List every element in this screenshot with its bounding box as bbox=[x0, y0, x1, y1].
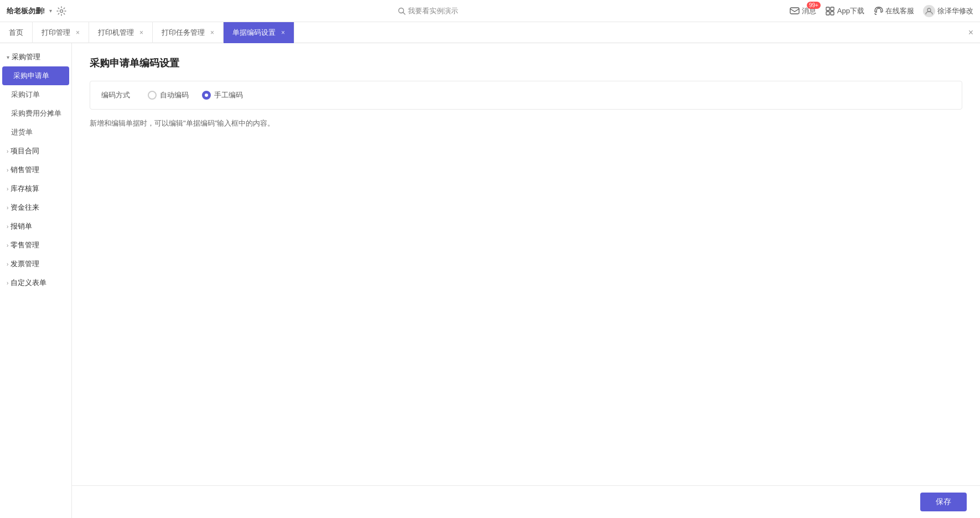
sidebar-item-purchase-expense[interactable]: 采购费用分摊单 bbox=[0, 104, 71, 123]
svg-rect-4 bbox=[826, 7, 829, 11]
online-service-label: 在线客服 bbox=[885, 6, 914, 16]
encoding-section: 编码方式 自动编码 手工编码 bbox=[90, 81, 962, 110]
svg-rect-3 bbox=[790, 8, 799, 14]
sidebar-group-purchase: ▾ 采购管理 采购申请单 采购订单 采购费用分摊单 进货单 bbox=[0, 48, 71, 142]
page-title: 采购申请单编码设置 bbox=[90, 56, 962, 70]
sidebar-group-custom-form: › 自定义表单 bbox=[0, 273, 71, 292]
svg-line-2 bbox=[403, 12, 406, 14]
message-badge: 99+ bbox=[807, 2, 821, 9]
brand-label: 给老板勿删! bbox=[7, 6, 45, 16]
hint-text: 新增和编辑单据时，可以编辑"单据编码"输入框中的内容。 bbox=[90, 118, 962, 128]
sidebar-group-purchase-title[interactable]: ▾ 采购管理 bbox=[0, 48, 71, 66]
user-menu[interactable]: 徐泽华修改 bbox=[923, 5, 973, 17]
tabs-bar: 首页 打印管理 × 打印机管理 × 打印任务管理 × 单据编码设置 × × bbox=[0, 22, 980, 43]
chevron-right-icon: › bbox=[7, 261, 8, 267]
message-btn[interactable]: 消息 99+ bbox=[790, 6, 816, 16]
content-body: 采购申请单编码设置 编码方式 自动编码 手工编码 bbox=[72, 43, 980, 485]
app-download-btn[interactable]: App下载 bbox=[825, 6, 864, 16]
sidebar-group-capital: › 资金往来 bbox=[0, 198, 71, 217]
tab-close-single-code[interactable]: × bbox=[281, 29, 285, 37]
manual-encoding-radio[interactable] bbox=[202, 91, 211, 100]
svg-rect-5 bbox=[831, 7, 834, 11]
chevron-right-icon: › bbox=[7, 148, 8, 154]
headset-icon bbox=[873, 6, 883, 16]
manual-encoding-label: 手工编码 bbox=[214, 90, 243, 100]
sidebar-group-retail-title[interactable]: › 零售管理 bbox=[0, 236, 71, 255]
sidebar-item-purchase-goods[interactable]: 进货单 bbox=[0, 123, 71, 142]
sidebar-group-returns-title[interactable]: › 报销单 bbox=[0, 217, 71, 236]
avatar bbox=[923, 5, 935, 17]
search-icon bbox=[398, 7, 406, 15]
sidebar-group-retail: › 零售管理 bbox=[0, 236, 71, 255]
chevron-down-icon: ▾ bbox=[7, 54, 9, 60]
tab-close-print-task[interactable]: × bbox=[210, 29, 214, 37]
search-bar[interactable]: 我要看实例演示 bbox=[398, 6, 458, 16]
chevron-right-icon: › bbox=[7, 186, 8, 192]
radio-group: 自动编码 手工编码 bbox=[148, 90, 243, 100]
sidebar-item-purchase-apply[interactable]: 采购申请单 bbox=[2, 66, 69, 85]
chevron-right-icon: › bbox=[7, 280, 8, 286]
tab-printer-mgmt[interactable]: 打印机管理 × bbox=[89, 22, 153, 43]
chevron-right-icon: › bbox=[7, 224, 8, 230]
tab-print-task[interactable]: 打印任务管理 × bbox=[153, 22, 224, 43]
sidebar-group-project-title[interactable]: › 项目合同 bbox=[0, 142, 71, 160]
search-label: 我要看实例演示 bbox=[408, 6, 458, 16]
sidebar-group-sales: › 销售管理 bbox=[0, 160, 71, 179]
close-all-tabs[interactable]: × bbox=[962, 28, 980, 38]
sidebar-group-custom-form-title[interactable]: › 自定义表单 bbox=[0, 273, 71, 292]
tab-close-printer-mgmt[interactable]: × bbox=[139, 29, 143, 37]
sidebar-item-purchase-order[interactable]: 采购订单 bbox=[0, 85, 71, 104]
brand-dropdown-icon[interactable]: ▾ bbox=[49, 8, 52, 14]
chevron-right-icon: › bbox=[7, 205, 8, 211]
settings-icon[interactable] bbox=[56, 6, 66, 16]
top-bar: 给老板勿删! ▾ 我要看实例演示 消息 99+ bbox=[0, 0, 980, 22]
encoding-row: 编码方式 自动编码 手工编码 bbox=[101, 90, 951, 100]
tab-close-print-mgmt[interactable]: × bbox=[76, 29, 80, 37]
tab-single-code[interactable]: 单据编码设置 × bbox=[224, 22, 294, 43]
encoding-label: 编码方式 bbox=[101, 90, 134, 100]
online-service-btn[interactable]: 在线客服 bbox=[873, 6, 914, 16]
tab-home[interactable]: 首页 bbox=[0, 22, 33, 43]
manual-encoding-option[interactable]: 手工编码 bbox=[202, 90, 243, 100]
user-name: 徐泽华修改 bbox=[937, 6, 973, 16]
content-footer: 保存 bbox=[72, 485, 980, 518]
top-bar-right: 消息 99+ App下载 在线客服 bbox=[790, 5, 973, 17]
content-area: 采购申请单编码设置 编码方式 自动编码 手工编码 bbox=[72, 43, 980, 518]
sidebar-group-inventory: › 库存核算 bbox=[0, 179, 71, 198]
sidebar-group-invoice: › 发票管理 bbox=[0, 255, 71, 273]
sidebar: ▾ 采购管理 采购申请单 采购订单 采购费用分摊单 进货单 › 项目合同 bbox=[0, 43, 72, 518]
svg-point-0 bbox=[60, 9, 63, 12]
auto-encoding-label: 自动编码 bbox=[160, 90, 189, 100]
auto-encoding-option[interactable]: 自动编码 bbox=[148, 90, 189, 100]
svg-rect-7 bbox=[831, 12, 834, 15]
sidebar-group-sales-title[interactable]: › 销售管理 bbox=[0, 160, 71, 179]
sidebar-group-returns: › 报销单 bbox=[0, 217, 71, 236]
auto-encoding-radio[interactable] bbox=[148, 91, 157, 100]
main-layout: ▾ 采购管理 采购申请单 采购订单 采购费用分摊单 进货单 › 项目合同 bbox=[0, 43, 980, 518]
sidebar-group-inventory-title[interactable]: › 库存核算 bbox=[0, 179, 71, 198]
svg-rect-6 bbox=[826, 12, 829, 15]
app-download-icon bbox=[825, 6, 835, 16]
sidebar-group-invoice-title[interactable]: › 发票管理 bbox=[0, 255, 71, 273]
tab-print-mgmt[interactable]: 打印管理 × bbox=[33, 22, 89, 43]
svg-point-8 bbox=[927, 8, 931, 12]
sidebar-group-capital-title[interactable]: › 资金往来 bbox=[0, 198, 71, 217]
chevron-right-icon: › bbox=[7, 167, 8, 173]
message-icon bbox=[790, 6, 800, 16]
app-download-label: App下载 bbox=[837, 6, 864, 16]
chevron-right-icon: › bbox=[7, 242, 8, 248]
top-bar-left: 给老板勿删! ▾ bbox=[7, 6, 66, 16]
save-button[interactable]: 保存 bbox=[920, 493, 967, 511]
sidebar-group-project: › 项目合同 bbox=[0, 142, 71, 160]
